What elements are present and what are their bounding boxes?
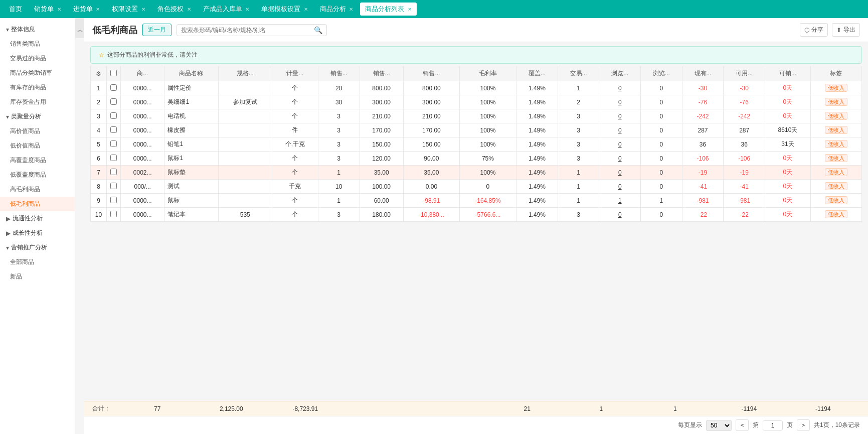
share-btn[interactable]: ⬡ 分享 [800, 23, 828, 37]
sidebar-section-overall[interactable]: ▾ 整体信息 [0, 22, 75, 37]
sidebar-collapse-btn[interactable]: 《 [75, 18, 84, 38]
th-name: 商品名称 [164, 66, 218, 81]
nav-product-analysis-close[interactable]: ✕ [349, 7, 353, 12]
row-check[interactable] [107, 95, 121, 109]
row-sales-qty: 3 [318, 123, 360, 137]
nav-product-analysis-list[interactable]: 商品分析列表 ✕ [360, 3, 417, 16]
row-browse1[interactable]: 0 [599, 152, 641, 166]
row-browse1[interactable]: 0 [599, 166, 641, 180]
row-checkbox[interactable] [110, 211, 117, 217]
sidebar-item-in-stock[interactable]: 有库存的商品 [0, 80, 75, 95]
sidebar-item-high-coverage[interactable]: 高覆盖度商品 [0, 153, 75, 168]
prev-page-btn[interactable]: ＜ [736, 419, 749, 431]
tag-badge: 低收入 [825, 182, 847, 190]
per-page-select[interactable]: 50 100 200 [706, 420, 732, 431]
sidebar-section-flow[interactable]: ▶ 流通性分析 [0, 211, 75, 226]
nav-product-entry[interactable]: 产成品入库单 ✕ [198, 3, 255, 16]
row-no: 4 [91, 123, 107, 137]
row-browse1[interactable]: 1 [599, 194, 641, 208]
row-sales-amount: -98.91 [403, 194, 459, 208]
row-checkbox[interactable] [110, 197, 117, 203]
row-browse1[interactable]: 0 [599, 109, 641, 123]
row-check[interactable] [107, 194, 121, 208]
row-code: 0002... [121, 166, 164, 180]
row-sales-amount: -10,380... [403, 208, 459, 222]
row-checkbox[interactable] [110, 112, 117, 119]
nav-permissions[interactable]: 权限设置 ✕ [107, 3, 150, 16]
row-stock: 36 [682, 137, 724, 152]
sidebar-section-growth[interactable]: ▶ 成长性分析 [0, 226, 75, 240]
row-browse1[interactable]: 0 [599, 208, 641, 222]
row-spec [218, 166, 272, 180]
page-input[interactable] [763, 420, 783, 430]
alert-icon: ☆ [99, 52, 104, 59]
nav-sales[interactable]: 销货单 ✕ [29, 3, 66, 16]
row-check[interactable] [107, 109, 121, 123]
sidebar-item-low-margin[interactable]: 低毛利商品 [0, 197, 75, 211]
nav-template-close[interactable]: ✕ [304, 7, 308, 12]
filter-recent-month-btn[interactable]: 近一月 [142, 24, 171, 36]
growth-label: 成长性分析 [13, 229, 43, 237]
row-checkbox[interactable] [110, 183, 117, 189]
row-browse1[interactable]: 0 [599, 180, 641, 194]
sidebar-item-stock-value[interactable]: 库存资金占用 [0, 95, 75, 109]
row-code: 0000... [121, 109, 164, 123]
nav-roles-close[interactable]: ✕ [187, 7, 191, 12]
row-check[interactable] [107, 81, 121, 95]
search-input[interactable] [181, 27, 314, 34]
row-checkbox[interactable] [110, 98, 117, 105]
nav-home[interactable]: 首页 [4, 3, 27, 16]
search-icon[interactable]: 🔍 [314, 26, 322, 34]
sidebar-item-all-products[interactable]: 全部商品 [0, 255, 75, 269]
tag-badge: 低收入 [825, 210, 847, 218]
sidebar-section-marketing[interactable]: ▾ 营销推广分析 [0, 240, 75, 255]
row-check[interactable] [107, 180, 121, 194]
sidebar-item-low-coverage[interactable]: 低覆盖度商品 [0, 168, 75, 182]
nav-purchase-close[interactable]: ✕ [96, 7, 100, 12]
next-page-btn[interactable]: ＞ [797, 419, 810, 431]
nav-roles[interactable]: 角色授权 ✕ [152, 3, 196, 16]
select-all-checkbox[interactable] [110, 70, 117, 76]
sidebar-item-low-value[interactable]: 低价值商品 [0, 138, 75, 153]
sidebar-item-new-products[interactable]: 新品 [0, 269, 75, 284]
nav-product-analysis-list-close[interactable]: ✕ [408, 7, 412, 12]
row-code: 000/... [121, 180, 164, 194]
row-checkbox[interactable] [110, 155, 117, 161]
row-checkbox[interactable] [110, 169, 117, 175]
row-no: 1 [91, 81, 107, 95]
row-browse2: 0 [641, 137, 682, 152]
row-checkbox[interactable] [110, 84, 117, 91]
nav-product-entry-close[interactable]: ✕ [245, 7, 249, 12]
row-checkbox[interactable] [110, 140, 117, 147]
sidebar-item-high-margin[interactable]: 高毛利商品 [0, 182, 75, 197]
row-sales-amount: 0.00 [403, 180, 459, 194]
table-row: 4 0000... 橡皮擦 件 3 170.00 170.00 100% 1.4… [91, 123, 862, 137]
row-browse1[interactable]: 0 [599, 137, 641, 152]
nav-sales-close[interactable]: ✕ [57, 7, 61, 12]
row-sales-price: 800.00 [360, 81, 403, 95]
th-settings[interactable]: ⚙ [91, 66, 107, 81]
nav-template[interactable]: 单据模板设置 ✕ [256, 3, 313, 16]
sidebar-section-cluster[interactable]: ▾ 类聚量分析 [0, 109, 75, 124]
row-browse1[interactable]: 0 [599, 81, 641, 95]
row-browse1[interactable]: 0 [599, 95, 641, 109]
sidebar-item-sales-products[interactable]: 销售类商品 [0, 37, 75, 51]
row-check[interactable] [107, 208, 121, 222]
th-browse1: 浏览... [599, 66, 641, 81]
row-browse2: 0 [641, 152, 682, 166]
export-btn[interactable]: ⬆ 导出 [832, 23, 860, 37]
nav-purchase[interactable]: 进货单 ✕ [68, 3, 105, 16]
row-check[interactable] [107, 152, 121, 166]
row-check[interactable] [107, 123, 121, 137]
row-check[interactable] [107, 137, 121, 152]
sidebar-item-traded-products[interactable]: 交易过的商品 [0, 51, 75, 66]
row-name: 电话机 [164, 109, 218, 123]
nav-permissions-close[interactable]: ✕ [141, 7, 145, 12]
row-check[interactable] [107, 166, 121, 180]
sidebar-item-high-value[interactable]: 高价值商品 [0, 124, 75, 138]
sidebar-item-category-rate[interactable]: 商品分类助销率 [0, 66, 75, 80]
row-checkbox[interactable] [110, 126, 117, 133]
row-sellable: 0天 [765, 166, 811, 180]
nav-product-analysis[interactable]: 商品分析 ✕ [315, 3, 359, 16]
row-browse1[interactable]: 0 [599, 123, 641, 137]
